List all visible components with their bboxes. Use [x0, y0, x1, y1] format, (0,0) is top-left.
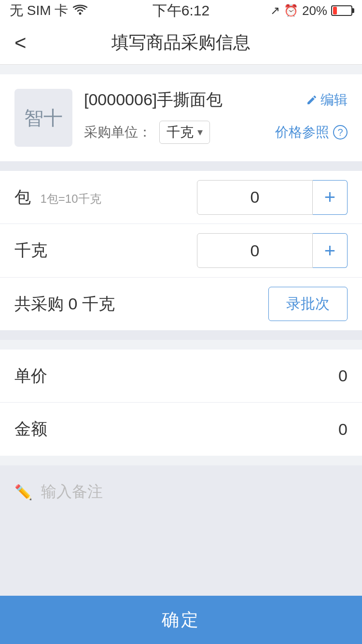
- total-row: 共采购 0 千克 录批次: [0, 277, 362, 330]
- divider-2: [0, 330, 362, 340]
- pencil-icon: ✏️: [14, 484, 32, 501]
- total-unit: 千克: [82, 294, 115, 313]
- bag-quantity-input[interactable]: 0: [197, 180, 313, 215]
- unit-label: 采购单位：: [84, 123, 152, 141]
- kg-quantity-value: 0: [251, 241, 260, 260]
- nav-bar: < 填写商品采购信息: [0, 21, 362, 65]
- note-placeholder: 输入备注: [41, 481, 103, 503]
- bag-plus-button[interactable]: +: [313, 180, 348, 215]
- price-section: 单价 0 金额 0: [0, 350, 362, 456]
- product-name-row: [0000006]手撕面包 编辑: [84, 89, 348, 111]
- edit-label: 编辑: [320, 91, 348, 109]
- total-text: 共采购 0 千克: [14, 293, 115, 315]
- kg-quantity-input[interactable]: 0: [197, 233, 313, 268]
- unit-price-row: 单价 0: [0, 350, 362, 403]
- total-amount: 0: [68, 294, 77, 313]
- page-title: 填写商品采购信息: [111, 31, 251, 55]
- kg-input-row: 千克 0 +: [0, 224, 362, 277]
- battery-icon: [331, 5, 352, 16]
- price-ref-label: 价格参照: [275, 123, 329, 141]
- bag-input-row: 包 1包=10千克 0 +: [0, 171, 362, 224]
- status-bar: 无 SIM 卡 下午6:12 ↗ ⏰ 20%: [0, 0, 362, 21]
- kg-label: 千克: [14, 239, 197, 262]
- bag-label: 包 1包=10千克: [14, 186, 197, 209]
- product-info: [0000006]手撕面包 编辑 采购单位： 千克 ▾ 价格参照 ?: [84, 89, 348, 144]
- carrier-text: 无 SIM 卡: [10, 1, 68, 20]
- quantity-section: 包 1包=10千克 0 + 千克 0 +: [0, 171, 362, 277]
- edit-icon: [306, 94, 318, 106]
- product-image: 智十: [14, 89, 72, 147]
- price-ref-button[interactable]: 价格参照 ?: [275, 123, 348, 141]
- amount-row: 金额 0: [0, 403, 362, 456]
- product-unit-row: 采购单位： 千克 ▾ 价格参照 ?: [84, 121, 348, 144]
- total-label: 共采购: [14, 294, 64, 313]
- bag-quantity-value: 0: [251, 188, 260, 207]
- battery-percent: 20%: [302, 3, 327, 18]
- product-logo: 智十: [24, 105, 63, 131]
- amount-value: 0: [338, 420, 348, 439]
- bag-sub-label: 1包=10千克: [40, 192, 101, 205]
- unit-price-value: 0: [338, 366, 348, 385]
- bag-qty-box: 0 +: [197, 180, 348, 215]
- unit-price-label: 单价: [14, 365, 47, 387]
- bag-label-text: 包: [14, 188, 31, 206]
- location-icon: ↗: [270, 4, 280, 17]
- wifi-icon: [73, 3, 87, 18]
- edit-button[interactable]: 编辑: [306, 91, 348, 109]
- unit-select[interactable]: 千克 ▾: [159, 121, 210, 144]
- confirm-button[interactable]: 确定: [0, 596, 362, 644]
- svg-point-0: [79, 13, 82, 15]
- product-name: [0000006]手撕面包: [84, 89, 223, 111]
- product-card: 智十 [0000006]手撕面包 编辑 采购单位： 千克 ▾ 价格参照 ?: [0, 74, 362, 161]
- status-right: ↗ ⏰ 20%: [270, 3, 352, 18]
- kg-plus-button[interactable]: +: [313, 233, 348, 268]
- status-left: 无 SIM 卡: [10, 1, 87, 20]
- kg-qty-box: 0 +: [197, 233, 348, 268]
- record-batch-button[interactable]: 录批次: [268, 287, 348, 321]
- divider-1: [0, 161, 362, 171]
- alarm-icon: ⏰: [284, 4, 298, 17]
- amount-label: 金额: [14, 418, 47, 440]
- note-section[interactable]: ✏️ 输入备注: [0, 465, 362, 518]
- unit-value: 千克: [167, 123, 194, 141]
- unit-dropdown-arrow: ▾: [197, 126, 203, 139]
- help-icon: ?: [333, 125, 348, 140]
- status-time: 下午6:12: [153, 1, 209, 21]
- unit-selector-row: 采购单位： 千克 ▾: [84, 121, 210, 144]
- back-button[interactable]: <: [14, 31, 27, 55]
